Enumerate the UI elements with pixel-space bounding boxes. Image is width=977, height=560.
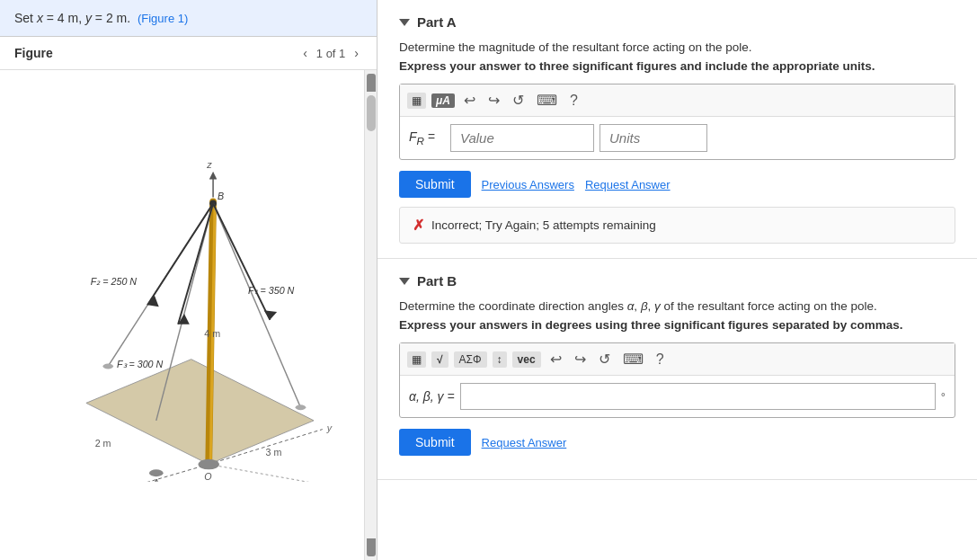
part-b-title: Part B [417,273,457,289]
part-b-submit-button[interactable]: Submit [399,429,471,456]
part-b-section: Part B Determine the coordinate directio… [377,259,977,480]
part-b-keyboard-button[interactable]: ⌨ [619,349,647,369]
svg-point-12 [198,458,218,469]
svg-text:2 m: 2 m [94,438,111,449]
part-b-matrix-icon[interactable]: ▦ [407,351,426,368]
svg-line-23 [147,203,213,305]
right-panel: Part A Determine the magnitude of the re… [377,0,977,560]
svg-text:B: B [217,191,223,201]
keyboard-button[interactable]: ⌨ [533,90,561,111]
part-b-header[interactable]: Part B [399,273,955,289]
part-a-section: Part A Determine the magnitude of the re… [377,0,977,259]
part-b-description: Determine the coordinate direction angle… [399,299,955,313]
nav-page-text: 1 of 1 [316,47,346,60]
set-vars-text: Set x = 4 m, y = 2 m. [14,11,134,25]
figure-nav: ‹ 1 of 1 › [299,44,362,62]
svg-text:z: z [206,159,212,170]
arrows-button[interactable]: ↕ [493,351,507,368]
part-b-label: α, β, γ = [409,389,455,404]
part-a-input-row: FR = [400,117,955,159]
part-b-refresh-button[interactable]: ↺ [595,349,614,369]
part-a-label: FR = [409,129,445,147]
left-panel: Set x = 4 m, y = 2 m. (Figure 1) Figure … [0,0,377,560]
svg-text:A: A [151,476,158,481]
figure-svg: y x z B [30,149,335,482]
part-b-input-row: α, β, γ = ° [400,376,955,417]
part-a-feedback-text: Incorrect; Try Again; 5 attempts remaini… [431,218,656,232]
part-b-actions: Submit Request Answer [399,429,955,456]
svg-text:4 m: 4 m [204,328,220,339]
part-a-collapse-icon [399,19,410,26]
svg-point-14 [149,469,164,476]
svg-text:F₂ = 250 N: F₂ = 250 N [90,275,137,286]
redo-button[interactable]: ↪ [484,90,503,111]
part-b-answer-box: ▦ √ ΑΣΦ ↕ vec ↩ ↪ ↺ ⌨ ? α, β, γ = ° [399,342,955,418]
figure-title: Figure [14,46,53,60]
refresh-button[interactable]: ↺ [509,90,528,111]
svg-text:3 m: 3 m [265,446,281,457]
help-button[interactable]: ? [566,91,582,111]
nav-next-button[interactable]: › [351,44,362,62]
scrollbar[interactable] [364,70,377,560]
svg-line-25 [178,203,213,324]
svg-point-19 [102,363,113,369]
svg-text:F₃ = 300 N: F₃ = 300 N [116,359,163,369]
part-b-collapse-icon [399,278,410,285]
part-b-help-button[interactable]: ? [653,350,668,369]
part-b-undo-button[interactable]: ↩ [546,349,565,369]
part-a-instruction: Express your answer to three significant… [399,59,955,73]
svg-marker-22 [263,310,277,320]
part-a-value-input[interactable] [450,124,594,152]
degree-symbol: ° [941,390,946,404]
part-b-toolbar: ▦ √ ΑΣΦ ↕ vec ↩ ↪ ↺ ⌨ ? [400,343,955,376]
sqrt-icon-button[interactable]: √ [431,351,449,368]
part-b-angle-input[interactable] [460,383,936,410]
part-b-instruction: Express your answers in degrees using th… [399,318,955,332]
part-a-submit-button[interactable]: Submit [399,171,471,198]
incorrect-icon: ✗ [413,217,424,234]
svg-text:y: y [325,422,332,432]
undo-button[interactable]: ↩ [460,90,479,111]
part-b-request-answer-button[interactable]: Request Answer [482,436,567,449]
svg-point-17 [295,404,306,410]
set-vars-bar: Set x = 4 m, y = 2 m. (Figure 1) [0,0,377,37]
figure-diagram: y x z B [0,70,364,560]
nav-prev-button[interactable]: ‹ [299,44,311,62]
part-a-toolbar: ▦ μA ↩ ↪ ↺ ⌨ ? [400,84,955,117]
ase-button[interactable]: ΑΣΦ [454,351,487,368]
vec-button[interactable]: vec [512,351,541,368]
part-a-title: Part A [417,14,457,30]
part-a-request-answer-button[interactable]: Request Answer [585,178,671,191]
part-a-description: Determine the magnitude of the resultant… [399,40,955,54]
part-a-header[interactable]: Part A [399,14,955,30]
svg-text:F₁ = 350 N: F₁ = 350 N [248,284,295,295]
svg-line-21 [213,203,270,319]
part-a-feedback: ✗ Incorrect; Try Again; 5 attempts remai… [399,207,955,244]
part-b-redo-button[interactable]: ↪ [571,349,590,369]
matrix-icon-button[interactable]: ▦ [407,93,426,109]
part-a-answer-box: ▦ μA ↩ ↪ ↺ ⌨ ? FR = [399,84,955,160]
part-a-units-input[interactable] [600,124,707,152]
ua-button[interactable]: μA [431,93,455,108]
part-a-prev-answers-button[interactable]: Previous Answers [482,178,574,191]
figure-header: Figure ‹ 1 of 1 › [0,37,377,70]
svg-line-5 [209,464,331,481]
svg-text:O: O [204,471,212,482]
part-a-actions: Submit Previous Answers Request Answer [399,171,955,198]
figure-link[interactable]: (Figure 1) [138,12,188,25]
